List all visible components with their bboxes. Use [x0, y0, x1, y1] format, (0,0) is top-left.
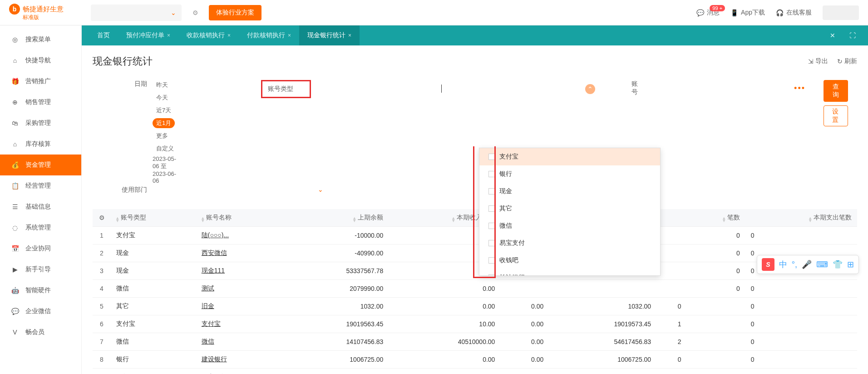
- cell-name: 支付宝: [196, 315, 281, 333]
- ime-mic-icon[interactable]: 🎤: [802, 259, 812, 269]
- tab-label: 首页: [97, 31, 110, 40]
- checkbox[interactable]: [488, 188, 495, 194]
- ime-keyboard-icon[interactable]: ⌨: [816, 259, 828, 269]
- checkbox[interactable]: [488, 171, 495, 177]
- checkbox[interactable]: [488, 205, 495, 212]
- sidebar-item-8[interactable]: ☰基础信息: [0, 196, 81, 217]
- ime-lang-button[interactable]: 中: [779, 259, 787, 270]
- user-avatar[interactable]: [823, 5, 859, 20]
- dropdown-option-支付宝[interactable]: 支付宝: [479, 148, 660, 165]
- sidebar-item-13[interactable]: 💬企业微信: [0, 301, 81, 322]
- sidebar-item-12[interactable]: 🤖智能硬件: [0, 280, 81, 301]
- tab-close-icon[interactable]: ×: [288, 32, 291, 39]
- fullscreen-button[interactable]: ⛶: [844, 27, 861, 44]
- account-link[interactable]: 微信: [202, 338, 214, 345]
- sidebar-item-3[interactable]: ⊕销售管理: [0, 92, 81, 113]
- cell-outcount: 0: [745, 369, 857, 374]
- account-link[interactable]: 支付宝: [202, 320, 221, 327]
- sidebar-item-14[interactable]: V畅会员: [0, 322, 81, 343]
- ime-skin-icon[interactable]: 👕: [833, 259, 843, 269]
- collapse-filter-button[interactable]: ⌃: [585, 84, 595, 94]
- tab-4[interactable]: 现金银行统计×: [299, 25, 360, 45]
- checkbox[interactable]: [488, 257, 495, 264]
- account-link[interactable]: 陆(○○○)...: [202, 231, 229, 239]
- column-header-1[interactable]: ▴▾账号名称: [196, 209, 281, 227]
- date-pill-今天[interactable]: 今天: [153, 93, 172, 103]
- cell-name: 建设银行: [196, 351, 281, 369]
- date-pill-更多[interactable]: 更多: [153, 131, 172, 141]
- sidebar-item-4[interactable]: 🛍采购管理: [0, 113, 81, 134]
- account-link[interactable]: 西安微信: [202, 249, 227, 256]
- dropdown-option-易宝支付[interactable]: 易宝支付: [479, 234, 660, 252]
- cell-type: 现金: [111, 244, 196, 262]
- ime-toolbox-icon[interactable]: ⊞: [847, 259, 854, 269]
- column-header-6[interactable]: [656, 209, 686, 227]
- sidebar-label: 系统管理: [25, 224, 51, 232]
- chevron-up-icon: ⌃: [587, 85, 593, 93]
- option-label: 收钱吧: [499, 256, 518, 264]
- table-row: 2 现金 西安微信 -40990.00 0.00 0 0: [93, 244, 857, 262]
- setting-button[interactable]: 设置: [824, 105, 848, 126]
- column-header-2[interactable]: ▴▾上期余额: [281, 209, 389, 227]
- ime-toolbar[interactable]: S 中 °, 🎤 ⌨ 👕 ⊞: [757, 255, 859, 274]
- date-pill-昨天[interactable]: 昨天: [153, 80, 172, 90]
- sidebar-item-9[interactable]: ◌系统管理: [0, 217, 81, 238]
- sidebar-item-1[interactable]: ⌂快捷导航: [0, 50, 81, 71]
- close-all-tabs-button[interactable]: ✕: [824, 27, 841, 44]
- messages-button[interactable]: 💬 消息 99 +: [696, 9, 720, 17]
- sidebar-item-5[interactable]: ⌂库存核算: [0, 134, 81, 155]
- sidebar-item-0[interactable]: ◎搜索菜单: [0, 29, 81, 50]
- sidebar-item-2[interactable]: 🎁营销推广: [0, 71, 81, 92]
- checkbox[interactable]: [488, 223, 495, 229]
- refresh-button[interactable]: ↻刷新: [837, 57, 857, 65]
- dropdown-option-收钱吧[interactable]: 收钱吧: [479, 252, 660, 269]
- sidebar-icon: 💬: [11, 307, 19, 315]
- date-pill-近1月[interactable]: 近1月: [153, 118, 175, 128]
- tab-close-icon[interactable]: ×: [227, 32, 231, 39]
- dropdown-option-银行[interactable]: 银行: [479, 165, 660, 183]
- account-link[interactable]: 建设银行: [202, 355, 227, 363]
- settings-gear-button[interactable]: ⚙: [187, 5, 203, 21]
- app-download-button[interactable]: 📱 App下载: [730, 9, 765, 17]
- department-select[interactable]: ⌄: [153, 184, 325, 195]
- dropdown-option-其它[interactable]: 其它: [479, 200, 660, 217]
- account-type-input[interactable]: [316, 83, 444, 95]
- company-selector[interactable]: ⌄: [91, 5, 182, 21]
- date-pill-近7天[interactable]: 近7天: [153, 105, 175, 115]
- sidebar-item-7[interactable]: 📋经营管理: [0, 175, 81, 196]
- ime-punct-button[interactable]: °,: [792, 260, 797, 269]
- checkbox[interactable]: [488, 154, 495, 160]
- account-link[interactable]: 测试: [202, 284, 214, 292]
- date-pill-自定义[interactable]: 自定义: [153, 144, 178, 154]
- tab-2[interactable]: 收款核销执行×: [178, 25, 239, 45]
- table-row: 8 银行 建设银行 1006725.00 0.00 0.00 1006725.0…: [93, 351, 857, 369]
- sidebar-item-6[interactable]: 💰资金管理: [0, 155, 81, 175]
- dropdown-option-长沙银行[interactable]: 长沙银行: [479, 269, 660, 275]
- query-button[interactable]: 查询: [824, 80, 848, 102]
- account-link[interactable]: 旧金: [202, 302, 214, 309]
- chat-icon: 💬: [696, 9, 704, 16]
- tab-1[interactable]: 预付冲应付单×: [118, 25, 178, 45]
- dropdown-option-微信[interactable]: 微信: [479, 217, 660, 234]
- checkbox[interactable]: [488, 274, 495, 275]
- logo-text: 畅捷通好生意: [23, 5, 64, 14]
- dropdown-option-现金[interactable]: 现金: [479, 183, 660, 200]
- tab-close-icon[interactable]: ×: [348, 32, 351, 39]
- export-button[interactable]: ⇲导出: [808, 57, 828, 65]
- online-service-button[interactable]: 🎧 在线客服: [776, 9, 812, 17]
- tab-close-icon[interactable]: ×: [167, 32, 170, 39]
- tab-0[interactable]: 首页: [89, 25, 118, 45]
- sort-icon: ▴▾: [809, 216, 812, 222]
- column-header-0[interactable]: ▴▾账号类型: [111, 209, 196, 227]
- more-filters-button[interactable]: •••: [794, 84, 805, 93]
- checkbox[interactable]: [488, 240, 495, 246]
- cta-button[interactable]: 体验行业方案: [209, 5, 261, 20]
- table-settings-header[interactable]: ⚙: [93, 209, 111, 227]
- sidebar-item-11[interactable]: ▶新手引导: [0, 259, 81, 280]
- sidebar-item-10[interactable]: 📅企业协同: [0, 238, 81, 259]
- account-link[interactable]: 现金111: [202, 267, 225, 274]
- column-header-7[interactable]: ▴▾笔数: [686, 209, 745, 227]
- tab-3[interactable]: 付款核销执行×: [239, 25, 299, 45]
- cell-outcount: 0: [745, 333, 857, 351]
- column-header-8[interactable]: ▴▾本期支出笔数: [745, 209, 857, 227]
